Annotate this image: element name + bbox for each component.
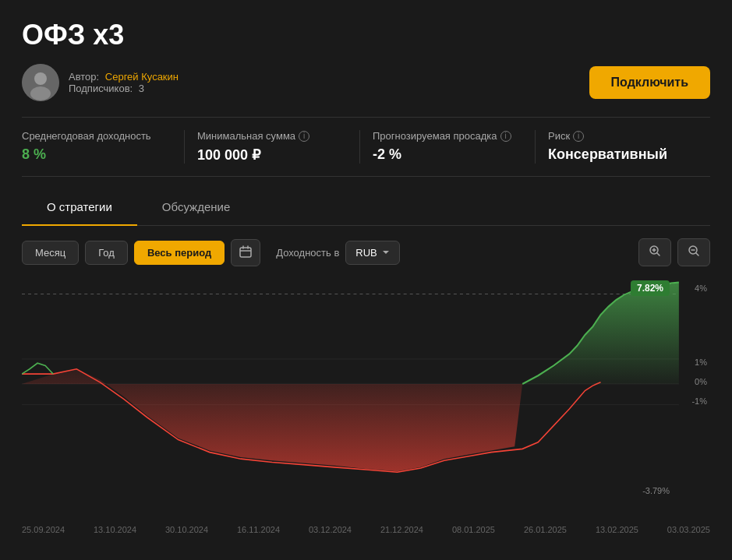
x-axis: 25.09.2024 13.10.2024 30.10.2024 16.11.2… <box>22 520 710 534</box>
svg-point-2 <box>30 86 51 100</box>
tab-strategy[interactable]: О стратегии <box>22 189 137 226</box>
period-year-button[interactable]: Год <box>85 241 128 265</box>
avatar <box>22 64 59 101</box>
connect-button[interactable]: Подключить <box>589 66 710 99</box>
y-label-0pct: 0% <box>695 377 707 386</box>
chart-svg <box>22 276 710 517</box>
page-title: ОФЗ х3 <box>22 19 710 51</box>
zoom-out-button[interactable] <box>677 238 710 266</box>
stat-annual-yield: Среднегодовая доходность 8 % <box>22 130 185 164</box>
y-label-1pct: 1% <box>695 357 707 367</box>
y-label-4pct: 4% <box>695 284 707 293</box>
min-sum-info-icon[interactable]: i <box>299 131 309 142</box>
min-value-badge: -3.79% <box>642 486 670 495</box>
chart-area: 4% 1% 0% -1% 7.82% -3.79% <box>22 276 710 517</box>
risk-info-icon[interactable]: i <box>573 131 584 142</box>
stat-min-sum: Минимальная сумма i 100 000 ₽ <box>185 130 360 164</box>
calendar-button[interactable] <box>231 239 260 266</box>
author-label: Автор: Сергей Кусакин <box>69 71 179 83</box>
author-name[interactable]: Сергей Кусакин <box>105 71 179 83</box>
stat-risk: Риск i Консервативный <box>536 130 710 164</box>
max-value-badge: 7.82% <box>631 280 670 296</box>
y-label-neg1pct: -1% <box>691 396 707 406</box>
svg-point-1 <box>34 72 47 85</box>
tab-discussion[interactable]: Обсуждение <box>137 189 255 226</box>
yield-label: Доходность в <box>276 247 339 259</box>
drawdown-info-icon[interactable]: i <box>500 131 511 142</box>
stat-drawdown: Прогнозируемая просадка i -2 % <box>360 130 536 164</box>
zoom-in-button[interactable] <box>638 238 671 266</box>
subscribers: Подписчиков: 3 <box>69 83 179 94</box>
period-month-button[interactable]: Месяц <box>22 241 79 265</box>
currency-select[interactable]: RUB <box>345 241 399 265</box>
tabs: О стратегии Обсуждение <box>22 189 710 226</box>
period-all-button[interactable]: Весь период <box>134 241 225 265</box>
svg-rect-3 <box>240 248 251 257</box>
